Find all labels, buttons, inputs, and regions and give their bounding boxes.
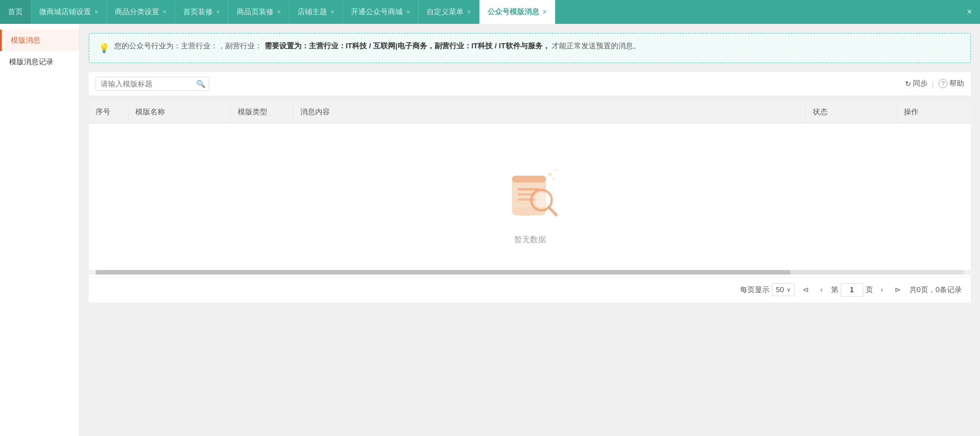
last-page-button[interactable]: ⊳ [891, 283, 905, 297]
table-header: 序号 模版名称 模版类型 消息内容 状态 操作 [89, 101, 971, 123]
empty-text: 暂无数据 [514, 235, 546, 245]
close-tab-store-settings[interactable]: × [94, 8, 98, 16]
svg-point-9 [548, 173, 552, 176]
toolbar: 🔍 ↻ 同步 | ? 帮助 [89, 72, 971, 95]
help-icon: ? [938, 79, 948, 88]
col-index: 序号 [89, 101, 129, 123]
sidebar: 模版消息 模版消息记录 [0, 24, 80, 436]
close-tab-product-decor[interactable]: × [277, 8, 281, 16]
empty-illustration [496, 157, 564, 226]
pagination-bar: 每页显示 50 ∨ ⊲ ‹ 第 页 › ⊳ 共0页，0条记录 [89, 277, 971, 302]
col-type: 模版类型 [231, 101, 293, 123]
nav-tab-store-settings[interactable]: 微商城店铺设置 × [31, 0, 107, 24]
col-name: 模版名称 [129, 101, 231, 123]
horizontal-scrollbar[interactable] [89, 270, 971, 275]
page-navigation: ⊲ ‹ 第 页 › ⊳ [799, 283, 905, 297]
scrollbar-thumb[interactable] [96, 270, 791, 275]
close-tab-store-theme[interactable]: × [330, 8, 334, 16]
close-tab-open-mall[interactable]: × [406, 8, 410, 16]
col-content: 消息内容 [293, 101, 806, 123]
next-page-button[interactable]: › [875, 283, 889, 297]
nav-tab-category-settings[interactable]: 商品分类设置 × [107, 0, 175, 24]
nav-tab-product-decor[interactable]: 商品页装修 × [229, 0, 290, 24]
notice-box: 💡 您的公众号行业为：主营行业：，副营行业： 需要设置为：主营行业：IT科技 /… [89, 33, 971, 63]
nav-tab-home[interactable]: 首页 [0, 0, 31, 24]
sync-button[interactable]: ↻ 同步 [905, 78, 928, 89]
svg-rect-5 [518, 198, 537, 201]
top-nav: 首页 微商城店铺设置 × 商品分类设置 × 首页装修 × 商品页装修 × 店铺主… [0, 0, 980, 24]
col-action: 操作 [897, 101, 971, 123]
toolbar-right: ↻ 同步 | ? 帮助 [905, 78, 964, 89]
sidebar-item-template-msg-record[interactable]: 模版消息记录 [0, 51, 79, 73]
first-page-button[interactable]: ⊲ [799, 283, 813, 297]
close-tab-category-settings[interactable]: × [163, 8, 167, 16]
close-tab-template-msg[interactable]: × [543, 8, 547, 16]
svg-rect-2 [512, 176, 546, 182]
current-page-input[interactable] [841, 283, 863, 297]
chevron-down-icon: ∨ [787, 286, 791, 293]
sidebar-item-template-msg[interactable]: 模版消息 [0, 30, 79, 51]
svg-point-7 [534, 193, 549, 207]
nav-tab-open-mall[interactable]: 开通公众号商城 × [343, 0, 419, 24]
empty-state: 暂无数据 [89, 123, 971, 268]
content-area: 💡 您的公众号行业为：主营行业：，副营行业： 需要设置为：主营行业：IT科技 /… [80, 24, 980, 436]
data-table: 序号 模版名称 模版类型 消息内容 状态 操作 [89, 101, 971, 302]
scrollbar-track [96, 270, 964, 275]
notice-icon: 💡 [98, 41, 110, 56]
nav-tab-custom-menu[interactable]: 自定义菜单 × [419, 0, 479, 24]
close-all-button[interactable]: × [959, 7, 980, 17]
toolbar-divider: | [932, 80, 934, 88]
close-tab-home-decor[interactable]: × [216, 8, 220, 16]
prev-page-button[interactable]: ‹ [815, 283, 829, 297]
svg-rect-3 [518, 188, 539, 190]
search-box: 🔍 [96, 77, 209, 91]
sync-icon: ↻ [905, 80, 911, 88]
close-tab-custom-menu[interactable]: × [467, 8, 471, 16]
page-size-selector: 每页显示 50 ∨ [740, 283, 794, 296]
page-size-select-box[interactable]: 50 ∨ [772, 283, 794, 296]
help-button[interactable]: ? 帮助 [938, 78, 964, 89]
svg-point-10 [555, 169, 557, 171]
svg-line-8 [549, 207, 556, 215]
search-icon[interactable]: 🔍 [196, 80, 205, 88]
nav-tab-template-msg[interactable]: 公众号模版消息 × [479, 0, 555, 24]
nav-tab-home-decor[interactable]: 首页装修 × [175, 0, 229, 24]
notice-text: 您的公众号行业为：主营行业：，副营行业： 需要设置为：主营行业：IT科技 / 互… [114, 40, 640, 52]
col-status: 状态 [806, 101, 897, 123]
total-records-label: 共0页，0条记录 [909, 285, 962, 295]
nav-tab-store-theme[interactable]: 店铺主题 × [290, 0, 343, 24]
main-layout: 模版消息 模版消息记录 💡 您的公众号行业为：主营行业：，副营行业： 需要设置为… [0, 24, 980, 436]
search-input[interactable] [101, 80, 196, 88]
svg-point-11 [552, 178, 554, 180]
